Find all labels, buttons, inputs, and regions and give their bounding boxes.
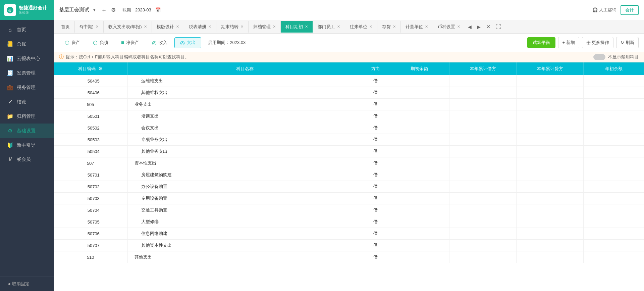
sub-tab-net-asset[interactable]: ≡ 净资产	[115, 37, 145, 48]
calendar-icon[interactable]: 📅	[155, 7, 161, 12]
add-tab-btn[interactable]: ＋	[101, 6, 107, 14]
sidebar-item-reports[interactable]: 📊 云报表中心	[0, 51, 54, 66]
tab-period[interactable]: £(中期) ✕	[75, 21, 104, 33]
sidebar-item-settle[interactable]: ✔ 结账	[0, 95, 54, 109]
table-row[interactable]: 50701房屋建筑物购建借	[54, 169, 644, 181]
cell-year-opening	[584, 216, 644, 228]
tab-close-subject-init[interactable]: ✕	[305, 25, 308, 29]
table-row[interactable]: 50706信息网络购建借	[54, 228, 644, 240]
cell-opening	[389, 75, 449, 87]
table-row[interactable]: 50705大型修缮借	[54, 216, 644, 228]
ledger-icon: 📒	[7, 41, 13, 47]
cell-debit	[449, 157, 517, 169]
table-row[interactable]: 505业务支出借	[54, 99, 644, 110]
cell-direction: 借	[362, 193, 389, 204]
cell-year-opening	[584, 169, 644, 181]
sub-tab-expense[interactable]: ◎ 支出	[174, 37, 201, 48]
cell-name: 交通工具购置	[127, 204, 362, 216]
table-row[interactable]: 50702办公设备购置借	[54, 181, 644, 193]
tab-next-btn[interactable]: ▶	[474, 23, 483, 31]
sub-tab-liability[interactable]: ⬡ 负债	[87, 37, 114, 48]
tab-close-all-btn[interactable]: ✕	[483, 22, 493, 31]
tab-close-dept[interactable]: ✕	[337, 25, 340, 29]
tab-template[interactable]: 模版设计 ✕	[152, 21, 184, 33]
balance-button[interactable]: 试算平衡	[527, 37, 555, 48]
account-button[interactable]: 会计	[621, 5, 639, 15]
sidebar-item-ledger[interactable]: 📒 总账	[0, 37, 54, 51]
sidebar-item-archive[interactable]: 📁 归档管理	[0, 109, 54, 124]
top-header: 基层工会测试 ▾ ＋ ⚙ 账期 2023-03 📅 🎧 人工咨询 会计	[54, 0, 644, 20]
cell-opening	[389, 181, 449, 193]
tab-tax[interactable]: 税表清册 ✕	[184, 21, 216, 33]
cell-name: 办公设备购置	[127, 181, 362, 193]
cell-opening	[389, 110, 449, 122]
cell-name: 其他资本性支出	[127, 240, 362, 251]
cell-direction: 借	[362, 146, 389, 157]
col-settings-icon[interactable]: ⚙	[98, 66, 103, 71]
table-row[interactable]: 50707其他资本性支出借	[54, 240, 644, 251]
sidebar-footer-collapse[interactable]: ◄ 取消固定	[0, 277, 54, 291]
sub-tab-asset[interactable]: ⬡ 资产	[59, 37, 86, 48]
cell-code: 50707	[54, 240, 127, 251]
cell-debit	[449, 87, 517, 99]
tab-close-yearend[interactable]: ✕	[240, 25, 244, 29]
table-row[interactable]: 50504其他业务支出借	[54, 146, 644, 157]
tab-close-partner[interactable]: ✕	[369, 25, 372, 29]
tab-close-unit[interactable]: ✕	[425, 25, 428, 29]
table-row[interactable]: 510其他支出借	[54, 251, 644, 263]
tab-archive[interactable]: 归档管理 ✕	[249, 21, 281, 33]
guide-icon: 🔰	[7, 142, 13, 148]
ai-consult-btn[interactable]: 🎧 人工咨询	[592, 7, 616, 13]
add-button[interactable]: + 新增	[558, 37, 579, 48]
tab-prev-btn[interactable]: ◀	[465, 23, 474, 31]
tab-yearend[interactable]: 期末结转 ✕	[216, 21, 249, 33]
tab-partner[interactable]: 往来单位 ✕	[345, 21, 377, 33]
tab-close-tax[interactable]: ✕	[208, 25, 211, 29]
tab-stock[interactable]: 存货 ✕	[377, 21, 401, 33]
cell-direction: 借	[362, 181, 389, 193]
tab-close-period[interactable]: ✕	[96, 25, 99, 29]
disabled-toggle[interactable]	[593, 54, 605, 60]
tab-close-stock[interactable]: ✕	[393, 25, 396, 29]
table-row[interactable]: 50703专用设备购置借	[54, 193, 644, 204]
tab-income[interactable]: 收入支出表(年报) ✕	[104, 21, 152, 33]
table-row[interactable]: 50502会议支出借	[54, 122, 644, 134]
sidebar-item-home[interactable]: ⌂ 首页	[0, 23, 54, 37]
sidebar: 会 畅捷通好会计 体验版 ⌂ 首页 📒 总账 📊 云报表中心 🧾 发票管理 💼 …	[0, 0, 54, 291]
refresh-button[interactable]: ↻ 刷新	[616, 37, 639, 48]
svg-text:会: 会	[8, 8, 11, 12]
tab-close-template[interactable]: ✕	[176, 25, 179, 29]
cell-name: 信息网络购建	[127, 228, 362, 240]
sidebar-item-settings[interactable]: ⚙ 基础设置	[0, 124, 54, 138]
asset-dot: ⬡	[65, 40, 69, 46]
tab-home[interactable]: 首页	[56, 21, 75, 33]
sidebar-nav: ⌂ 首页 📒 总账 📊 云报表中心 🧾 发票管理 💼 税务管理 ✔ 结账 📁 归…	[0, 20, 54, 277]
tab-subject-init[interactable]: 科目期初 ✕	[281, 21, 313, 33]
headset-icon: 🎧	[592, 7, 598, 12]
table-row[interactable]: 50501培训支出借	[54, 110, 644, 122]
table-row[interactable]: 50405运维维支出借	[54, 75, 644, 87]
tab-dept[interactable]: 部门员工 ✕	[313, 21, 345, 33]
cell-direction: 借	[362, 228, 389, 240]
sidebar-item-tax[interactable]: 💼 税务管理	[0, 80, 54, 95]
settings-btn[interactable]: ⚙	[111, 7, 116, 13]
sidebar-item-invoice[interactable]: 🧾 发票管理	[0, 66, 54, 80]
tab-currency[interactable]: 币种设置 ✕	[433, 21, 465, 33]
table-row[interactable]: 507资本性支出借	[54, 157, 644, 169]
more-button[interactable]: ㊉ 更多操作	[582, 37, 614, 48]
tab-close-archive[interactable]: ✕	[273, 25, 276, 29]
table-body: 50405运维维支出借50406其他维权支出借505业务支出借50501培训支出…	[54, 75, 644, 263]
table-row[interactable]: 50704交通工具购置借	[54, 204, 644, 216]
sub-tab-income[interactable]: ◎ 收入	[146, 37, 173, 48]
tab-expand-btn[interactable]: ⛶	[493, 22, 504, 31]
cell-code: 50503	[54, 134, 127, 146]
dropdown-icon[interactable]: ▾	[93, 7, 96, 12]
sidebar-item-vip[interactable]: V 畅会员	[0, 152, 54, 166]
tab-close-currency[interactable]: ✕	[457, 25, 460, 29]
table-row[interactable]: 50503专项业务支出借	[54, 134, 644, 146]
table-row[interactable]: 50406其他维权支出借	[54, 87, 644, 99]
tab-unit[interactable]: 计量单位 ✕	[401, 21, 433, 33]
cell-credit	[517, 146, 584, 157]
sidebar-item-guide[interactable]: 🔰 新手引导	[0, 138, 54, 152]
tab-close-income[interactable]: ✕	[144, 25, 147, 29]
